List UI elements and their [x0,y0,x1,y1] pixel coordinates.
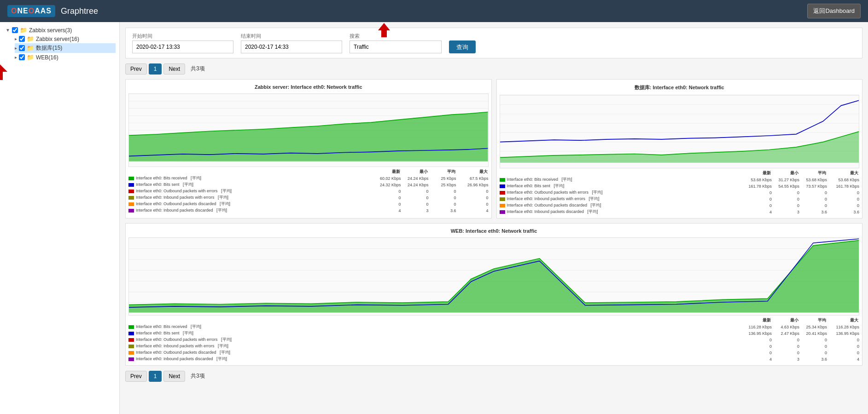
prev-button-top[interactable]: Prev [125,63,147,75]
legend-color-c3-6 [128,357,134,361]
arrow-indicator [0,63,8,82]
start-time-group: 开始时间 [132,33,233,53]
legend-color-3 [128,190,134,193]
tree-item-zabbix-server[interactable]: ▸ 📁 Zabbix server(16) [15,34,116,43]
folder-icon-1: 📁 [27,35,34,42]
checkbox-2[interactable] [19,45,25,51]
next-button-bottom[interactable]: Next [163,371,185,382]
chart3-area [128,237,859,316]
header-left: ONEOAAS Graphtree [7,5,98,17]
query-button[interactable]: 查询 [449,40,476,53]
page-1-button-top[interactable]: 1 [149,63,162,75]
chart1-area [128,93,489,167]
checkbox-3[interactable] [19,54,25,60]
chart1-legend: 最新最小平均最大 Interface eth0: Bits received [… [128,169,489,214]
start-time-input[interactable] [132,40,233,53]
chart1-title: Zabbix server: Interface eth0: Network t… [128,82,489,92]
tree-label-2: 数据库(15) [36,44,62,52]
end-time-group: 结束时间 [241,33,342,53]
page-1-button-bottom[interactable]: 1 [149,371,162,382]
chart2-area [500,95,860,168]
svg-marker-1 [378,23,390,37]
legend-color-c2-1 [500,178,505,182]
search-arrow-indicator [377,22,391,40]
legend-color-c2-4 [500,197,505,201]
chart3-legend: 最新最小平均最大 Interface eth0: Bits received [… [128,317,859,362]
legend-color-c3-5 [128,351,134,355]
charts-grid: Zabbix server: Interface eth0: Network t… [125,79,862,366]
pagination-bottom: Prev 1 Next 共3项 [125,370,862,382]
tree-root[interactable]: ▼ 📁 Zabbix servers(3) [6,26,116,34]
legend-color-c3-2 [128,332,134,335]
legend-color-c3-4 [128,345,134,348]
legend-color-4 [128,196,134,200]
next-button-top[interactable]: Next [163,63,185,75]
legend-color-2 [128,183,134,187]
chart-db: 数据库: Interface eth0: Network traffic [496,79,863,218]
svg-marker-0 [0,63,7,80]
tree-children-root: ▸ 📁 Zabbix server(16) ▸ 📁 数据库(15) [15,34,116,62]
header: ONEOAAS Graphtree 返回Dashboard [0,0,868,22]
logo: ONEOAAS [7,5,55,17]
legend-color-6 [128,209,134,213]
end-time-label: 结束时间 [241,33,342,40]
filter-bar: 开始时间 结束时间 搜索 查询 [125,28,862,58]
legend-color-c2-5 [500,204,505,207]
chart-web: WEB: Interface eth0: Network traffic [125,223,862,366]
chart2-title: 数据库: Interface eth0: Network traffic [500,82,860,93]
search-group: 搜索 [350,33,442,53]
chart3-title: WEB: Interface eth0: Network traffic [128,226,859,236]
prev-button-bottom[interactable]: Prev [125,371,147,382]
tree-item-web[interactable]: ▸ 📁 WEB(16) [15,53,116,62]
search-label: 搜索 [350,33,442,40]
expand-icon-1: ▸ [15,36,17,41]
legend-color-1 [128,177,134,180]
folder-icon-3: 📁 [27,54,34,61]
tree-label-root: Zabbix servers(3) [29,27,72,34]
chart-zabbix-server: Zabbix server: Interface eth0: Network t… [125,79,492,218]
legend-color-c2-6 [500,210,505,214]
page-count-top: 共3项 [187,63,209,75]
tree-item-db[interactable]: ▸ 📁 数据库(15) [15,43,116,53]
legend-color-5 [128,202,134,206]
folder-icon-2: 📁 [27,45,34,52]
search-input[interactable] [350,40,442,53]
start-time-label: 开始时间 [132,33,233,40]
folder-icon-root: 📁 [20,27,27,34]
legend-color-c2-2 [500,184,505,188]
content-area: 开始时间 结束时间 搜索 查询 [120,22,868,414]
expand-icon-2: ▸ [15,46,17,51]
pagination-top: Prev 1 Next 共3项 [125,63,862,75]
legend-color-c3-3 [128,338,134,342]
page-count-bottom: 共3项 [187,370,209,382]
tree-label-1: Zabbix server(16) [36,36,79,42]
expand-icon-3: ▸ [15,55,17,60]
checkbox-root[interactable] [12,27,18,33]
tree-label-3: WEB(16) [36,54,58,61]
chart2-legend: 最新最小平均最大 Interface eth0: Bits received [… [500,170,860,215]
legend-color-c2-3 [500,191,505,195]
dashboard-button[interactable]: 返回Dashboard [807,4,861,18]
legend-color-c3-1 [128,325,134,329]
expand-icon-root: ▼ [6,28,10,33]
checkbox-1[interactable] [19,36,25,42]
app-title: Graphtree [61,6,98,16]
sidebar: ▼ 📁 Zabbix servers(3) ▸ 📁 Zabbix server(… [0,22,120,414]
main-layout: ▼ 📁 Zabbix servers(3) ▸ 📁 Zabbix server(… [0,22,868,414]
end-time-input[interactable] [241,40,342,53]
